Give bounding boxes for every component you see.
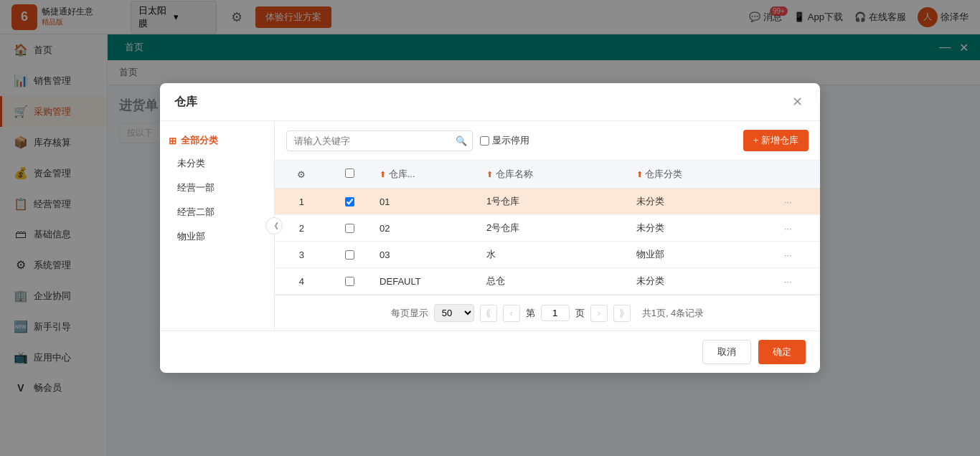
row-code: 03 xyxy=(371,242,478,268)
col-header-name[interactable]: ⬆ 仓库名称 xyxy=(478,161,628,189)
warehouse-modal: 仓库 ✕ ⊞ 全部分类 未分类 经营一部 经营二部 物业部 《 xyxy=(160,83,820,373)
grid-icon: ⊞ xyxy=(169,136,176,146)
table-header-row: ⚙ ⬆ 仓库... ⬆ 仓库名称 xyxy=(275,161,820,189)
row-actions[interactable]: ··· xyxy=(756,242,820,268)
row-category: 物业部 xyxy=(628,242,756,268)
modal-footer: 取消 确定 xyxy=(160,331,820,373)
per-page-select[interactable]: 50 10 20 100 xyxy=(434,304,474,322)
cancel-button[interactable]: 取消 xyxy=(702,340,751,364)
first-page-button[interactable]: ⟪ xyxy=(480,305,497,322)
col-header-actions xyxy=(756,161,820,189)
col-name-label: 仓库名称 xyxy=(496,168,533,179)
page-label: 第 xyxy=(526,307,535,320)
modal-overlay: 仓库 ✕ ⊞ 全部分类 未分类 经营一部 经营二部 物业部 《 xyxy=(0,0,980,456)
col-header-settings: ⚙ xyxy=(275,161,329,189)
warehouse-table: ⚙ ⬆ 仓库... ⬆ 仓库名称 xyxy=(275,161,820,295)
show-disabled-label[interactable]: 显示停用 xyxy=(480,134,529,147)
table-row[interactable]: 3 03 水 物业部 ··· xyxy=(275,242,820,268)
cat-item-property[interactable]: 物业部 xyxy=(160,224,274,249)
row-actions[interactable]: ··· xyxy=(756,268,820,295)
page-input[interactable]: 1 xyxy=(541,305,570,321)
row-check[interactable] xyxy=(329,189,372,215)
table-row[interactable]: 2 02 2号仓库 未分类 ··· xyxy=(275,215,820,242)
row-checkbox[interactable] xyxy=(345,224,354,233)
row-index: 3 xyxy=(275,242,329,268)
modal-header: 仓库 ✕ xyxy=(160,83,820,121)
show-disabled-text: 显示停用 xyxy=(492,134,529,147)
col-header-category[interactable]: ⬆ 仓库分类 xyxy=(628,161,756,189)
row-actions[interactable]: ··· xyxy=(756,189,820,215)
col-code-label: 仓库... xyxy=(389,168,415,179)
add-warehouse-button[interactable]: + 新增仓库 xyxy=(743,130,809,151)
row-category: 未分类 xyxy=(628,189,756,215)
row-code: DEFAULT xyxy=(371,268,478,295)
modal-title: 仓库 xyxy=(174,95,197,110)
row-code: 01 xyxy=(371,189,478,215)
row-name: 2号仓库 xyxy=(478,215,628,242)
search-input[interactable] xyxy=(286,130,473,151)
category-sidebar: ⊞ 全部分类 未分类 经营一部 经营二部 物业部 《 xyxy=(160,121,275,331)
row-name: 水 xyxy=(478,242,628,268)
row-check[interactable] xyxy=(329,215,372,242)
row-checkbox[interactable] xyxy=(345,250,354,260)
next-page-button[interactable]: › xyxy=(590,305,608,322)
per-page-label: 每页显示 xyxy=(391,307,428,320)
page-unit: 页 xyxy=(575,307,585,320)
row-name: 1号仓库 xyxy=(478,189,628,215)
confirm-button[interactable]: 确定 xyxy=(758,340,806,364)
search-icon[interactable]: 🔍 xyxy=(456,136,467,146)
prev-page-button[interactable]: ‹ xyxy=(503,305,520,322)
row-check[interactable] xyxy=(329,242,372,268)
col-header-check xyxy=(329,161,372,189)
cat-item-ops2[interactable]: 经营二部 xyxy=(160,200,274,224)
modal-body: ⊞ 全部分类 未分类 经营一部 经营二部 物业部 《 🔍 xyxy=(160,121,820,331)
sidebar-collapse-button[interactable]: 《 xyxy=(265,217,283,234)
table-row[interactable]: 4 DEFAULT 总仓 未分类 ··· xyxy=(275,268,820,295)
modal-close-button[interactable]: ✕ xyxy=(788,93,806,110)
col-cat-sort-icon: ⬆ xyxy=(636,170,643,179)
search-wrap: 🔍 xyxy=(286,130,473,151)
table-body: 1 01 1号仓库 未分类 ··· 2 02 2号仓库 未分类 ··· 3 xyxy=(275,189,820,295)
cat-item-unclassified[interactable]: 未分类 xyxy=(160,151,274,176)
row-checkbox[interactable] xyxy=(345,277,354,286)
row-index: 1 xyxy=(275,189,329,215)
last-page-button[interactable]: ⟫ xyxy=(613,305,631,322)
row-checkbox[interactable] xyxy=(345,197,354,206)
warehouse-table-wrap: ⚙ ⬆ 仓库... ⬆ 仓库名称 xyxy=(275,161,820,295)
table-row[interactable]: 1 01 1号仓库 未分类 ··· xyxy=(275,189,820,215)
page-info: 共1页, 4条记录 xyxy=(642,307,705,320)
row-more-icon[interactable]: ··· xyxy=(784,223,792,234)
cat-item-ops1[interactable]: 经营一部 xyxy=(160,176,274,200)
modal-main-panel: 🔍 显示停用 + 新增仓库 ⚙ xyxy=(275,121,820,331)
select-all-checkbox[interactable] xyxy=(345,168,354,178)
show-disabled-checkbox[interactable] xyxy=(480,136,489,146)
col-header-code[interactable]: ⬆ 仓库... xyxy=(371,161,478,189)
row-check[interactable] xyxy=(329,268,372,295)
modal-pagination: 每页显示 50 10 20 100 ⟪ ‹ 第 1 页 › ⟫ 共1页, 4条记… xyxy=(275,295,820,331)
all-categories-item[interactable]: ⊞ 全部分类 xyxy=(160,130,274,151)
row-category: 未分类 xyxy=(628,215,756,242)
row-more-icon[interactable]: ··· xyxy=(784,250,792,260)
row-more-icon[interactable]: ··· xyxy=(784,196,792,207)
row-more-icon[interactable]: ··· xyxy=(784,276,792,287)
col-cat-label: 仓库分类 xyxy=(645,168,682,179)
col-code-sort-icon: ⬆ xyxy=(380,170,386,179)
row-category: 未分类 xyxy=(628,268,756,295)
row-index: 2 xyxy=(275,215,329,242)
row-code: 02 xyxy=(371,215,478,242)
row-name: 总仓 xyxy=(478,268,628,295)
all-categories-label: 全部分类 xyxy=(181,134,218,147)
row-actions[interactable]: ··· xyxy=(756,215,820,242)
modal-toolbar: 🔍 显示停用 + 新增仓库 xyxy=(275,121,820,161)
row-index: 4 xyxy=(275,268,329,295)
col-name-sort-icon: ⬆ xyxy=(486,170,493,179)
